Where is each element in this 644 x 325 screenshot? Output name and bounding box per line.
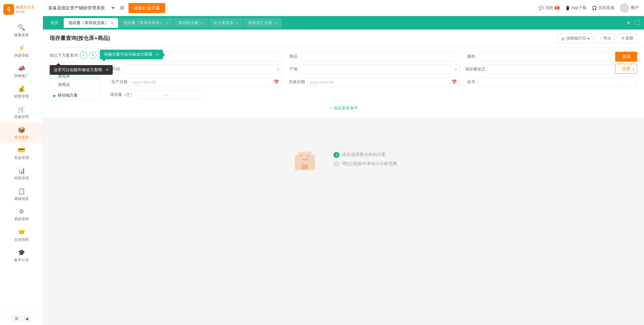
sidebar-item-enterprise[interactable]: 🤝 企业协同 <box>0 225 43 246</box>
prod-date-input[interactable]: yyyy-mm-dd 📅 <box>129 77 282 87</box>
app-badge: 标准版 <box>16 10 35 14</box>
dot-indicator-container <box>103 57 105 62</box>
mobile-scheme-item[interactable]: ▶ 移动端方案 <box>50 90 100 100</box>
edit-scheme-btn[interactable]: ✎ <box>89 52 97 59</box>
tab-inventory-status[interactable]: 现存量（库存状况表） ✕ <box>64 18 118 28</box>
tab-home[interactable]: 首页 <box>46 18 63 28</box>
tab-inventory-dist[interactable]: 现存量（库存分布表） ✕ <box>119 18 173 28</box>
refresh-label: 刷新 <box>626 36 634 41</box>
tab-label-batch-ledger: 库存批次账 <box>178 20 199 26</box>
search-btn[interactable]: 查询 <box>615 52 637 62</box>
goods-input[interactable]: ··· <box>300 52 460 61</box>
app-download-btn[interactable]: 📱 App下载 <box>565 5 587 11</box>
online-support-btn[interactable]: 🎧 在线客服 <box>592 5 614 11</box>
filter-row-1: 仓库 ··· 商品 <box>110 52 637 61</box>
system-name: 装备及固定资产辅助管理系统 <box>48 5 105 11</box>
maximize-icon[interactable]: ⛶ <box>633 18 641 28</box>
scheme-tooltip: 电脑方案可设为移动方案哦 ✕ <box>100 50 163 59</box>
tab-batch-ledger[interactable]: 库存批次账 ✕ <box>174 18 208 28</box>
stock-status-label: 现存量状态 <box>465 66 485 72</box>
exp-date-input[interactable]: yyyy-mm-dd 📅 <box>307 77 460 87</box>
sidebar-item-label-search: 搜索菜单 <box>14 33 29 38</box>
page-header: 现存量查询(按仓库+商品) 🖨 按模板打印 ▾ ↑ 导出 ↺ <box>43 30 644 48</box>
sidebar-item-system[interactable]: ⚙ 系统管理 <box>0 205 43 225</box>
svg-rect-4 <box>302 164 308 169</box>
exp-date-calendar-icon: 📅 <box>451 79 457 85</box>
step1-text: 请先选择要分析的方案 <box>342 152 386 158</box>
sidebar-item-quick-nav[interactable]: ⚡ 快捷导航 <box>0 41 43 61</box>
reset-btn[interactable]: 设置 <box>615 64 637 74</box>
refresh-btn[interactable]: ↺ 刷新 <box>618 34 637 43</box>
template-print-btn[interactable]: 🖨 按模板打印 ▾ <box>557 34 593 43</box>
trial-btn[interactable]: 体验行业方案 <box>128 3 165 13</box>
sidebar-item-inventory[interactable]: 📦 库存核算 <box>0 123 43 143</box>
system-selector[interactable] <box>109 5 116 11</box>
message-count: 9 <box>554 6 560 10</box>
export-label: 导出 <box>603 36 611 41</box>
export-btn[interactable]: ↑ 导出 <box>596 34 614 43</box>
topbar-right: 💬 消息 9 📱 App下载 🎧 在线客服 用户 <box>539 3 639 13</box>
sidebar-item-operations[interactable]: 📊 经营管理 <box>0 164 43 184</box>
pc-scheme-sub2[interactable]: 按商品 <box>50 80 100 89</box>
origin-select[interactable]: ▾ <box>300 64 460 74</box>
sidebar-item-label-operations: 经营管理 <box>14 176 29 181</box>
scheme-tooltip-close[interactable]: ✕ <box>156 52 159 56</box>
edit-tooltip-close[interactable]: ✕ <box>106 68 109 72</box>
tab-close-inventory-status[interactable]: ✕ <box>111 21 113 25</box>
quick-nav-icon: ⚡ <box>18 44 25 52</box>
stock-main-to[interactable] <box>170 92 193 97</box>
close-all-tabs-icon[interactable]: ✕ <box>625 18 632 28</box>
refresh-icon: ↺ <box>621 36 625 41</box>
stock-status-field: 现存量状态 ▾ <box>465 64 637 74</box>
step2-num: 2 <box>333 161 339 167</box>
purchase-icon: 🛒 <box>18 106 25 113</box>
tab-close-in-out-flow[interactable]: ✕ <box>235 21 238 25</box>
tab-receive-summary[interactable]: 收发存汇总表 ✕ <box>244 18 282 28</box>
stock-main-range[interactable]: — <box>136 90 203 99</box>
settings-bottom-btn[interactable]: ⚙ <box>12 315 21 322</box>
stock-main-from[interactable] <box>139 92 163 97</box>
sidebar-item-marketing[interactable]: 📣 营销推广 <box>0 61 43 82</box>
sidebar-item-finance[interactable]: 💳 资金管理 <box>0 143 43 164</box>
avatar <box>620 3 629 13</box>
messages-btn[interactable]: 💬 消息 9 <box>539 5 560 11</box>
search-icon: 🔍 <box>18 24 25 31</box>
template-print-icon: 🖨 <box>561 36 565 41</box>
exp-date-placeholder: yyyy-mm-dd <box>310 79 334 85</box>
origin-field: 产地 ▾ <box>287 64 460 74</box>
stock-main-dash: — <box>164 92 168 97</box>
batch-input[interactable] <box>477 77 637 87</box>
add-scheme-btn[interactable]: + <box>80 52 87 59</box>
sales-icon: 💰 <box>18 85 25 93</box>
collapse-label: 收起更多条件 <box>334 106 358 110</box>
scheme-tooltip-container: 电脑方案可设为移动方案哦 ✕ <box>100 50 163 59</box>
sidebar-item-basic-info[interactable]: 📋 基础信息 <box>0 184 43 205</box>
empty-steps: 1 请先选择要分析的方案 2 用[过滤]条件来缩小分析范围 <box>333 152 397 170</box>
collapse-sidebar-btn[interactable]: ◀ <box>22 315 31 322</box>
origin-label: 产地 <box>287 66 298 72</box>
color-select[interactable]: ▾ <box>477 52 637 61</box>
mobile-scheme-expand-icon: ▶ <box>53 93 56 98</box>
edit-tooltip-text: 这里可以创建和修改方案哦 <box>54 67 102 72</box>
main-area: 装备及固定资产辅助管理系统 ⚙ 体验行业方案 💬 消息 9 📱 App下载 🎧 <box>43 0 644 325</box>
tab-close-inventory-dist[interactable]: ✕ <box>166 21 168 25</box>
stock-status-select[interactable]: ▾ <box>487 64 637 74</box>
tab-in-out-flow[interactable]: 出入库流水 ✕ <box>209 18 243 28</box>
app-name: 畅通好生意 <box>16 5 35 9</box>
tab-close-batch-ledger[interactable]: ✕ <box>201 21 203 25</box>
sidebar-item-purchase[interactable]: 🛒 采购管理 <box>0 102 43 123</box>
tab-close-receive-summary[interactable]: ✕ <box>274 21 277 25</box>
content-area: 现存量查询(按仓库+商品) 🖨 按模板打印 ▾ ↑ 导出 ↺ <box>43 30 644 325</box>
filter-collapse-btn[interactable]: ∧ 收起更多条件 <box>50 103 637 114</box>
marketing-icon: 📣 <box>18 65 25 72</box>
sidebar-item-guide[interactable]: 🎓 新手引导 <box>0 246 43 266</box>
batch-label: 批号 <box>465 79 475 85</box>
sidebar-item-search[interactable]: 🔍 搜索菜单 <box>0 20 43 41</box>
goods-label: 商品 <box>287 54 298 59</box>
sidebar-item-sales[interactable]: 💰 销售管理 <box>0 82 43 102</box>
user-menu[interactable]: 用户 <box>620 3 639 13</box>
size-select[interactable]: ▾ <box>122 64 282 74</box>
tabbar: 首页 现存量（库存状况表） ✕ 现存量（库存分布表） ✕ 库存批次账 ✕ 出入库… <box>43 16 644 30</box>
prod-date-placeholder: yyyy-mm-dd <box>132 79 156 85</box>
topbar-settings-icon[interactable]: ⚙ <box>120 5 124 11</box>
